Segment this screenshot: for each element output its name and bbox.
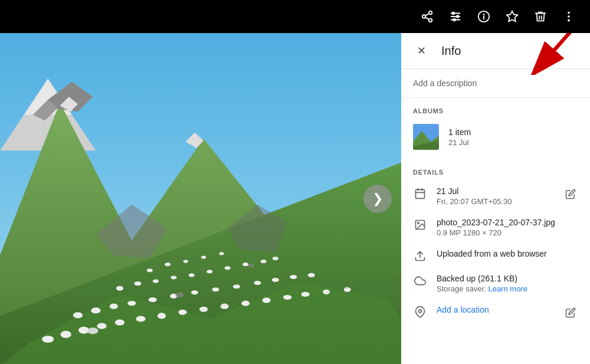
toolbar: [0, 0, 590, 33]
svg-point-64: [158, 313, 166, 319]
svg-point-54: [254, 281, 261, 285]
svg-point-41: [225, 266, 231, 270]
svg-line-4: [425, 14, 429, 16]
svg-point-33: [147, 268, 153, 272]
backup-detail: Backed up (261.1 KB) Storage saver. Lear…: [401, 268, 590, 299]
upload-content: Uploaded from a web browser: [437, 249, 578, 258]
more-button[interactable]: [557, 5, 581, 28]
svg-point-45: [73, 312, 83, 318]
backup-text: Backed up (261.1 KB): [437, 274, 578, 283]
svg-point-8: [453, 12, 455, 15]
svg-point-35: [116, 286, 123, 291]
svg-point-76: [248, 264, 254, 267]
edit-button[interactable]: [444, 5, 467, 28]
learn-more-link[interactable]: Learn more: [488, 284, 527, 293]
date-content: 21 Jul Fri, 20:07 GMT+05:30: [437, 186, 553, 206]
svg-point-89: [418, 222, 419, 224]
album-thumbnail: [413, 124, 439, 150]
info-button[interactable]: [472, 5, 496, 28]
file-info: 0.9 MP 1280 × 720: [437, 228, 578, 237]
svg-point-43: [260, 260, 266, 263]
album-info: 1 item 21 Jul: [448, 127, 471, 147]
delete-button[interactable]: [529, 5, 552, 28]
add-description-label: Add a description: [413, 78, 477, 88]
close-icon: ✕: [417, 44, 426, 57]
location-content: Add a location: [437, 305, 553, 314]
albums-section-label: ALBUMS: [401, 98, 590, 119]
add-description-field[interactable]: Add a description: [401, 69, 590, 98]
location-edit-button[interactable]: [563, 305, 578, 320]
filename-detail: photo_2023-07-21_20-07-37.jpg 0.9 MP 128…: [401, 212, 590, 243]
landscape-image: [0, 33, 401, 364]
svg-line-3: [425, 17, 429, 19]
svg-point-17: [568, 19, 570, 22]
svg-marker-14: [507, 11, 517, 21]
svg-point-55: [272, 278, 279, 282]
album-item[interactable]: 1 item 21 Jul: [401, 119, 590, 159]
upload-icon: [413, 249, 427, 262]
svg-point-57: [308, 273, 315, 277]
filename-content: photo_2023-07-21_20-07-37.jpg 0.9 MP 128…: [437, 218, 578, 237]
svg-point-10: [453, 19, 455, 21]
info-header: ✕ Info: [401, 33, 590, 69]
upload-source: Uploaded from a web browser: [437, 249, 578, 258]
svg-point-59: [61, 331, 71, 338]
svg-point-42: [242, 263, 248, 266]
date-detail: 21 Jul Fri, 20:07 GMT+05:30: [401, 181, 590, 212]
main-content: ❯ ✕ Info Add a description: [0, 33, 590, 364]
svg-point-75: [175, 292, 183, 297]
svg-point-44: [273, 257, 278, 260]
cloud-icon: [413, 274, 427, 287]
add-location-text[interactable]: Add a location: [437, 305, 553, 314]
backup-content: Backed up (261.1 KB) Storage saver. Lear…: [437, 274, 578, 293]
date-sub: Fri, 20:07 GMT+05:30: [437, 197, 553, 206]
svg-point-32: [201, 255, 206, 258]
svg-point-71: [301, 292, 310, 297]
svg-point-30: [165, 263, 171, 266]
svg-point-52: [212, 287, 219, 291]
svg-point-15: [568, 12, 570, 14]
svg-point-37: [153, 280, 159, 283]
svg-point-9: [457, 15, 459, 18]
close-button[interactable]: ✕: [411, 40, 432, 61]
backup-sub: Storage saver. Learn more: [437, 284, 578, 293]
date-main: 21 Jul: [437, 186, 553, 196]
svg-point-91: [419, 310, 422, 313]
date-edit-button[interactable]: [563, 186, 578, 202]
svg-point-39: [189, 273, 195, 277]
svg-point-38: [171, 276, 176, 279]
chevron-right-icon: ❯: [372, 191, 383, 206]
svg-point-48: [127, 301, 136, 306]
svg-point-61: [97, 323, 106, 329]
info-panel: ✕ Info Add a description ALBUMS: [401, 33, 590, 364]
image-icon: [413, 218, 427, 231]
location-detail[interactable]: Add a location: [401, 299, 590, 326]
svg-rect-84: [416, 189, 425, 198]
calendar-icon: [413, 186, 427, 199]
svg-point-63: [136, 316, 145, 322]
svg-point-16: [568, 15, 570, 18]
svg-point-47: [110, 304, 118, 309]
svg-point-34: [219, 252, 224, 255]
upload-detail: Uploaded from a web browser: [401, 243, 590, 268]
share-button[interactable]: [415, 5, 439, 28]
svg-point-46: [91, 307, 100, 313]
next-button[interactable]: ❯: [363, 185, 392, 213]
album-date: 21 Jul: [448, 138, 471, 147]
details-section-label: DETAILS: [401, 159, 590, 181]
svg-point-31: [183, 260, 188, 263]
svg-point-51: [191, 290, 198, 294]
favorite-button[interactable]: [500, 5, 524, 28]
svg-point-56: [290, 275, 297, 279]
svg-point-36: [134, 281, 141, 286]
svg-point-53: [233, 284, 240, 288]
svg-point-62: [115, 320, 124, 326]
info-panel-title: Info: [441, 44, 461, 58]
album-count: 1 item: [448, 127, 471, 137]
svg-point-58: [42, 336, 54, 343]
filename-text: photo_2023-07-21_20-07-37.jpg: [437, 218, 578, 227]
photo-area: ❯: [0, 33, 401, 364]
svg-point-70: [283, 295, 291, 300]
location-icon: [413, 305, 427, 318]
svg-point-69: [263, 297, 271, 303]
